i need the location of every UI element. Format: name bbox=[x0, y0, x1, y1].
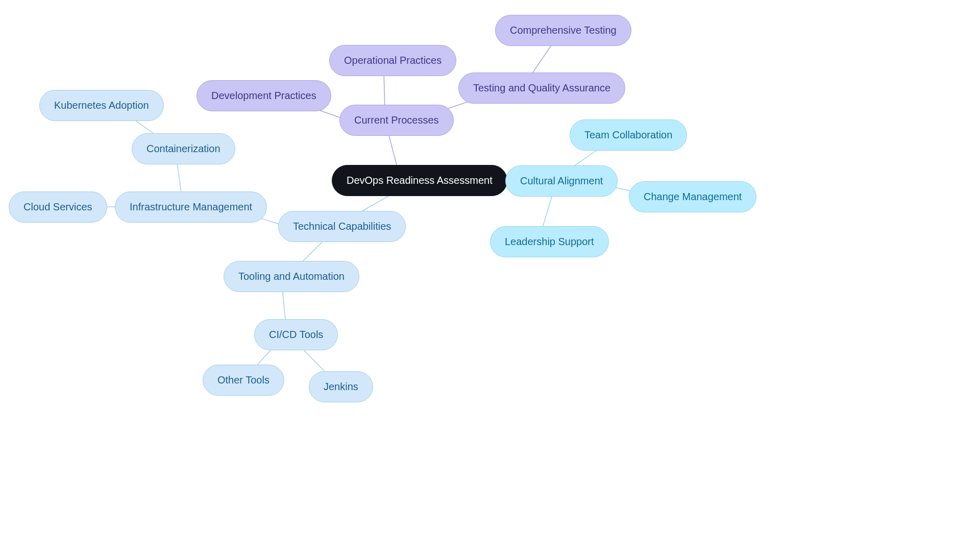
node-label: Technical Capabilities bbox=[293, 221, 391, 232]
node-cloud-services[interactable]: Cloud Services bbox=[9, 191, 107, 223]
node-root[interactable]: DevOps Readiness Assessment bbox=[332, 165, 507, 196]
node-operational-practices[interactable]: Operational Practices bbox=[329, 45, 456, 76]
node-current-processes[interactable]: Current Processes bbox=[339, 105, 454, 136]
node-label: Containerization bbox=[146, 143, 220, 155]
node-testing-qa[interactable]: Testing and Quality Assurance bbox=[458, 73, 625, 104]
node-tooling-automation[interactable]: Tooling and Automation bbox=[224, 261, 359, 292]
node-label: Cultural Alignment bbox=[520, 175, 603, 187]
node-root-label: DevOps Readiness Assessment bbox=[347, 175, 493, 186]
node-label: Operational Practices bbox=[344, 55, 442, 66]
node-development-practices[interactable]: Development Practices bbox=[197, 80, 331, 111]
node-other-tools[interactable]: Other Tools bbox=[203, 365, 284, 396]
node-label: Jenkins bbox=[324, 381, 358, 393]
node-leadership-support[interactable]: Leadership Support bbox=[490, 226, 609, 257]
node-label: Change Management bbox=[644, 191, 742, 203]
node-label: Leadership Support bbox=[505, 236, 594, 248]
node-cultural-alignment[interactable]: Cultural Alignment bbox=[505, 165, 618, 197]
node-label: Team Collaboration bbox=[584, 129, 672, 141]
node-label: CI/CD Tools bbox=[269, 329, 323, 341]
node-label: Infrastructure Management bbox=[130, 201, 252, 213]
node-label: Current Processes bbox=[354, 114, 439, 126]
node-label: Comprehensive Testing bbox=[510, 25, 617, 36]
node-label: Cloud Services bbox=[23, 201, 92, 213]
node-technical-capabilities[interactable]: Technical Capabilities bbox=[278, 211, 406, 242]
node-infrastructure-management[interactable]: Infrastructure Management bbox=[115, 191, 267, 223]
node-label: Development Practices bbox=[211, 90, 316, 102]
node-containerization[interactable]: Containerization bbox=[132, 133, 235, 164]
svg-line-4 bbox=[384, 71, 385, 110]
node-team-collaboration[interactable]: Team Collaboration bbox=[570, 119, 687, 151]
node-cicd-tools[interactable]: CI/CD Tools bbox=[254, 319, 338, 350]
node-label: Other Tools bbox=[217, 374, 270, 386]
node-jenkins[interactable]: Jenkins bbox=[309, 371, 373, 402]
node-kubernetes-adoption[interactable]: Kubernetes Adoption bbox=[39, 90, 164, 121]
node-comprehensive-testing[interactable]: Comprehensive Testing bbox=[495, 15, 631, 46]
node-change-management[interactable]: Change Management bbox=[629, 181, 756, 212]
node-label: Kubernetes Adoption bbox=[54, 100, 149, 111]
node-label: Tooling and Automation bbox=[238, 271, 345, 282]
node-label: Testing and Quality Assurance bbox=[473, 82, 610, 94]
